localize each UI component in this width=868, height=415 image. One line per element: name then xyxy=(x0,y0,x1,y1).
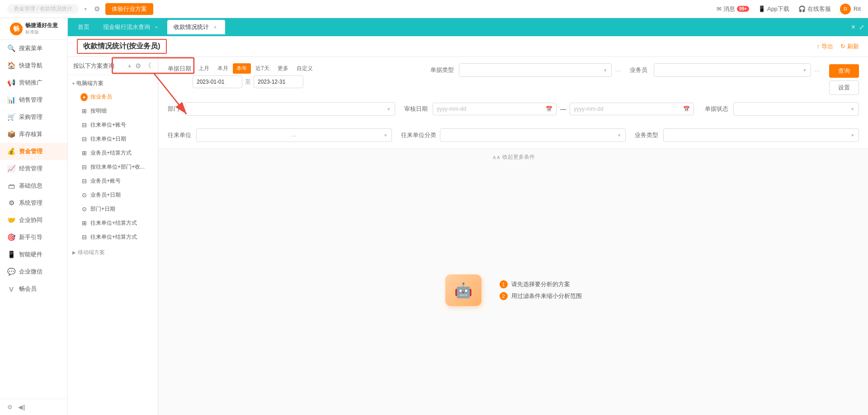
scheme-item-dept-date[interactable]: ⊙ 部门+日期 xyxy=(68,202,158,216)
receipt-stats-tab-close[interactable]: × xyxy=(212,24,219,31)
salesperson-select[interactable]: ▾ xyxy=(654,63,811,77)
sidebar-settings-icon[interactable]: ⚙ xyxy=(7,404,13,410)
tab-receipt-stats[interactable]: 收款情况统计 × xyxy=(167,20,225,34)
salesperson-filter: 业务员 ▾ ··· xyxy=(630,63,820,77)
scheme-item-by-detail[interactable]: ⊞ 按明细 xyxy=(68,104,158,118)
scheme-item-partner-method2[interactable]: ⊟ 往来单位+结算方式 xyxy=(68,230,158,244)
scheme-item-icon: ⊞ xyxy=(80,220,88,227)
business-type-chevron: ▾ xyxy=(851,132,854,138)
try-plan-button[interactable]: 体验行业方案 xyxy=(105,3,153,15)
message-area[interactable]: ✉ 消息 99+ xyxy=(717,5,749,13)
sidebar-item-smart-hw[interactable]: 📱 智能硬件 xyxy=(0,246,67,263)
partner-category-select[interactable]: ▾ xyxy=(440,128,625,142)
tab-close-all-icon[interactable]: × xyxy=(851,23,855,31)
audit-date-label: 审核日期 xyxy=(404,105,429,113)
sidebar-item-vip[interactable]: V 畅会员 xyxy=(0,280,67,297)
scheme-desktop-group-header[interactable]: ▾ 电脑端方案 xyxy=(68,77,158,90)
sidebar-item-finance[interactable]: 💰 资金管理 xyxy=(0,143,67,160)
date-from-input[interactable]: 2023-01-01 xyxy=(193,75,242,88)
audit-from-input[interactable]: yyyy-mm-dd 📅 xyxy=(433,103,557,115)
online-service-area[interactable]: 🎧 在线客服 xyxy=(798,5,831,13)
sidebar-item-enterprise[interactable]: 🤝 企业协同 xyxy=(0,212,67,229)
scheme-item-label: 往来单位+结算方式 xyxy=(90,233,137,241)
scheme-item-partner-dept-receipt[interactable]: ⊟ 按往来单位+部门+收... xyxy=(68,160,158,174)
scheme-add-icon[interactable]: + xyxy=(127,62,132,70)
sidebar-item-purchase[interactable]: 🛒 采购管理 xyxy=(0,108,67,126)
date-tab-more[interactable]: 更多 xyxy=(274,63,292,74)
receipt-stats-tab-label: 收款情况统计 xyxy=(174,23,209,31)
date-tab-7days[interactable]: 近7天 xyxy=(252,63,273,74)
voucher-type-more-icon[interactable]: ··· xyxy=(615,66,621,74)
salesperson-chevron: ▾ xyxy=(803,67,806,73)
scheme-item-partner-account[interactable]: ⊟ 往来单位+账号 xyxy=(68,118,158,132)
scheme-item-salesperson-date[interactable]: ⊙ 业务员+日期 xyxy=(68,188,158,202)
query-button[interactable]: 查询 xyxy=(829,64,859,78)
sidebar-item-operations[interactable]: 📈 经营管理 xyxy=(0,160,67,177)
scheme-item-salesperson-account[interactable]: ⊟ 业务员+账号 xyxy=(68,174,158,188)
date-to-input[interactable]: 2023-12-31 xyxy=(254,75,303,88)
online-service-label: 在线客服 xyxy=(807,5,831,13)
business-type-select[interactable]: ▾ xyxy=(663,128,859,142)
sidebar-item-system[interactable]: ⚙ 系统管理 xyxy=(0,194,67,212)
bank-flow-tab-close[interactable]: × xyxy=(153,24,160,31)
basic-info-icon: 🗃 xyxy=(7,182,15,190)
sidebar-item-label: 系统管理 xyxy=(19,199,42,207)
partner-label: 往来单位 xyxy=(168,131,193,139)
tab-home[interactable]: 首页 xyxy=(71,20,96,34)
partner-category-chevron: ▾ xyxy=(618,132,621,138)
scheme-item-salesperson-method[interactable]: ⊞ 业务员+结算方式 xyxy=(68,146,158,160)
scheme-header: 按以下方案查询 + ⚙ 《 xyxy=(68,57,158,75)
sidebar-item-search[interactable]: 🔍 搜索菜单 xyxy=(0,40,67,57)
tab-expand-icon[interactable]: ⤢ xyxy=(859,24,864,31)
user-info-area[interactable]: R Rit xyxy=(840,4,861,14)
salesperson-more-icon[interactable]: ··· xyxy=(815,66,821,74)
scheme-header-actions: + ⚙ 《 xyxy=(127,61,152,70)
salesperson-row: 业务员 ▾ ··· xyxy=(630,63,820,77)
settings-button[interactable]: 设置 xyxy=(829,80,859,95)
dept-select[interactable]: ▾ xyxy=(185,102,395,116)
sidebar-item-wechat[interactable]: 💬 企业微信 xyxy=(0,263,67,280)
user-name: Rit xyxy=(854,5,861,12)
collapse-bar[interactable]: ∧∧ 收起更多条件 xyxy=(159,148,868,165)
partner-category-filter: 往来单位分类 ▾ xyxy=(401,128,625,142)
sidebar-item-guide[interactable]: 🎯 新手引导 xyxy=(0,229,67,246)
partner-more-icon[interactable]: ··· xyxy=(291,132,297,139)
scheme-mobile-group-header[interactable]: ▶ 移动端方案 xyxy=(68,246,158,259)
marketing-icon: 📢 xyxy=(7,79,15,87)
date-tab-this-year[interactable]: 本年 xyxy=(233,63,251,74)
export-button[interactable]: ↑ 导出 xyxy=(817,42,834,51)
date-tab-this-month[interactable]: 本月 xyxy=(214,63,232,74)
scheme-settings-icon[interactable]: ⚙ xyxy=(134,62,142,70)
audit-from-calendar-icon[interactable]: 📅 xyxy=(546,106,552,112)
scheme-item-label: 按明细 xyxy=(90,107,107,115)
tab-bank-flow[interactable]: 现金银行流水查询 × xyxy=(97,20,166,34)
date-tab-last-month[interactable]: 上月 xyxy=(195,63,213,74)
audit-to-input[interactable]: yyyy-mm-dd 📅 xyxy=(570,103,693,115)
breadcrumb: 资金管理 / 收款情况统计 xyxy=(7,4,79,14)
refresh-button[interactable]: ↻ 刷新 xyxy=(840,42,859,51)
sidebar-item-quicknav[interactable]: 🏠 快捷导航 xyxy=(0,57,67,74)
scheme-collapse-icon[interactable]: 《 xyxy=(144,61,152,70)
voucher-type-select[interactable]: ▾ xyxy=(459,63,611,77)
voucher-status-select[interactable]: ▾ xyxy=(733,102,859,116)
sidebar-collapse-icon[interactable]: ◀‖ xyxy=(18,404,26,410)
date-tab-custom[interactable]: 自定义 xyxy=(293,63,316,74)
partner-select[interactable]: ··· ▾ xyxy=(196,128,392,142)
app-download-area[interactable]: 📱 App下载 xyxy=(758,5,789,13)
scheme-item-partner-date[interactable]: ⊟ 往来单位+日期 xyxy=(68,132,158,146)
settings-gear-icon[interactable]: ⚙ xyxy=(94,5,100,13)
sidebar-item-label: 智能硬件 xyxy=(19,250,42,259)
scheme-item-label: 业务员+日期 xyxy=(90,191,121,199)
sidebar-item-inventory[interactable]: 📦 库存核算 xyxy=(0,126,67,143)
scheme-item-icon: ⊙ xyxy=(80,206,88,213)
sidebar-item-marketing[interactable]: 📢 营销推广 xyxy=(0,74,67,91)
audit-to-calendar-icon[interactable]: 📅 xyxy=(683,106,690,112)
refresh-label: 刷新 xyxy=(847,42,859,51)
dept-label: 部门 xyxy=(168,105,181,113)
breadcrumb-dropdown-icon[interactable]: ▾ xyxy=(84,6,87,12)
scheme-item-by-salesperson[interactable]: ● 按业务员 xyxy=(68,90,158,104)
scheme-group-desktop: ▾ 电脑端方案 ● 按业务员 ⊞ 按明细 xyxy=(68,77,158,244)
sidebar-item-basic[interactable]: 🗃 基础信息 xyxy=(0,177,67,194)
sidebar-item-sales[interactable]: 📊 销售管理 xyxy=(0,91,67,108)
scheme-item-partner-method1[interactable]: ⊞ 往来单位+结算方式 xyxy=(68,216,158,230)
